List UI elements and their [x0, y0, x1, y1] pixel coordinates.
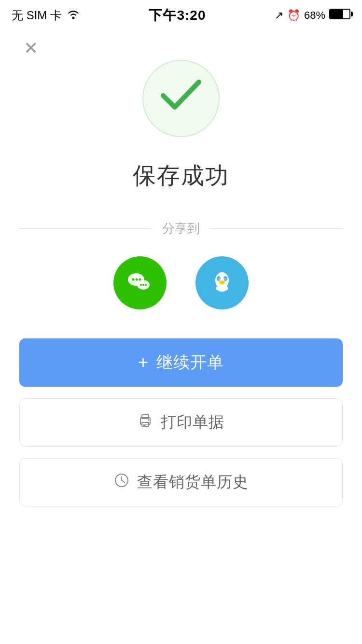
- share-label: 分享到: [153, 220, 209, 237]
- sim-status: 无 SIM 卡: [12, 8, 62, 23]
- battery-percent: 68%: [304, 9, 325, 22]
- action-buttons: + 继续开单 打印单据: [0, 338, 362, 506]
- continue-label: 继续开单: [156, 351, 224, 374]
- divider-right: [209, 228, 343, 229]
- svg-point-9: [145, 284, 147, 286]
- printer-icon: [138, 413, 153, 432]
- close-button[interactable]: ✕: [19, 37, 42, 60]
- print-button[interactable]: 打印单据: [19, 398, 343, 447]
- svg-rect-25: [143, 425, 146, 426]
- plus-icon: +: [138, 352, 149, 373]
- status-left: 无 SIM 卡: [12, 8, 80, 23]
- wechat-share-button[interactable]: [113, 256, 167, 309]
- location-icon: ↗: [275, 9, 283, 22]
- svg-point-3: [132, 279, 135, 281]
- history-button[interactable]: 查看销货单历史: [19, 458, 343, 506]
- svg-rect-19: [216, 287, 220, 290]
- svg-point-17: [219, 280, 225, 284]
- svg-point-0: [72, 17, 75, 19]
- svg-point-8: [142, 284, 144, 286]
- svg-line-29: [122, 480, 125, 482]
- qq-share-button[interactable]: [195, 256, 249, 309]
- success-title: 保存成功: [133, 160, 229, 191]
- svg-rect-24: [143, 424, 148, 425]
- checkmark-icon: [159, 78, 203, 119]
- history-label: 查看销货单历史: [137, 472, 249, 493]
- svg-point-5: [139, 279, 141, 281]
- main-content: 保存成功 分享到: [0, 31, 362, 506]
- alarm-icon: ⏰: [287, 9, 300, 22]
- svg-rect-20: [224, 287, 228, 290]
- close-icon: ✕: [24, 38, 38, 58]
- svg-point-16: [224, 279, 225, 280]
- success-circle: [142, 60, 220, 137]
- wifi-icon: [67, 9, 80, 22]
- continue-button[interactable]: + 继续开单: [19, 338, 343, 387]
- clock-icon: [114, 473, 129, 492]
- share-icons: [19, 256, 343, 309]
- battery-icon: [329, 9, 350, 22]
- share-divider: 分享到: [19, 220, 343, 237]
- share-section: 分享到: [0, 220, 362, 309]
- svg-point-7: [140, 284, 142, 286]
- status-time: 下午3:20: [149, 6, 206, 25]
- status-bar: 无 SIM 卡 下午3:20 ↗ ⏰ 68%: [0, 0, 362, 31]
- status-right: ↗ ⏰ 68%: [275, 9, 350, 22]
- svg-point-4: [136, 279, 138, 281]
- print-label: 打印单据: [161, 412, 224, 433]
- divider-left: [19, 228, 153, 229]
- svg-point-26: [148, 420, 150, 421]
- svg-point-15: [220, 279, 221, 280]
